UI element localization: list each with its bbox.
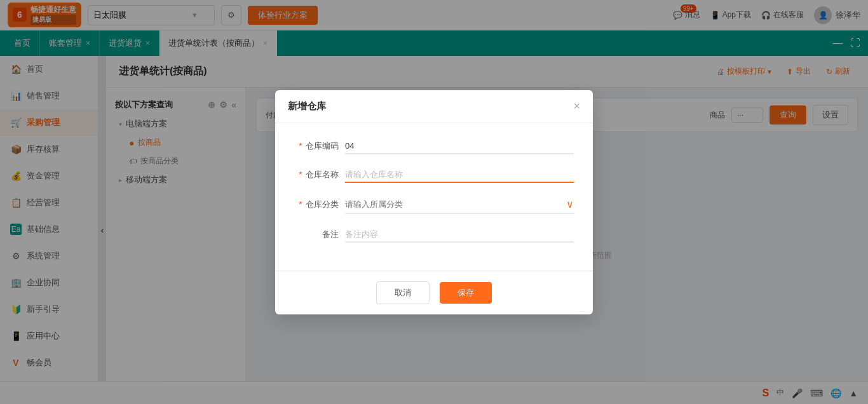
save-button[interactable]: 保存 <box>440 282 492 304</box>
required-star-code: * <box>299 141 302 151</box>
modal-title: 新增仓库 <box>288 100 326 112</box>
modal-close-button[interactable]: × <box>573 100 580 112</box>
form-row-category: * 仓库分类 ∨ <box>294 196 574 214</box>
name-input[interactable] <box>345 167 574 183</box>
form-row-code: * 仓库编码 <box>294 138 574 154</box>
form-row-note: 备注 <box>294 227 574 243</box>
modal-add-warehouse: 新增仓库 × * 仓库编码 * 仓库名称 <box>275 90 593 314</box>
cancel-button[interactable]: 取消 <box>376 281 430 304</box>
category-label: * 仓库分类 <box>294 199 345 210</box>
modal-footer: 取消 保存 <box>275 271 593 314</box>
category-arrow-icon[interactable]: ∨ <box>566 198 574 210</box>
code-input[interactable] <box>345 138 574 154</box>
code-label: * 仓库编码 <box>294 140 345 152</box>
category-select-wrapper: ∨ <box>345 196 574 214</box>
modal-body: * 仓库编码 * 仓库名称 * 仓库分类 <box>275 123 593 271</box>
modal-header: 新增仓库 × <box>275 90 593 123</box>
note-label: 备注 <box>294 229 345 240</box>
note-input[interactable] <box>345 227 574 243</box>
required-star-name: * <box>299 170 302 179</box>
name-label: * 仓库名称 <box>294 169 345 180</box>
required-star-category: * <box>299 199 302 209</box>
form-row-name: * 仓库名称 <box>294 167 574 183</box>
category-input[interactable] <box>345 199 566 209</box>
modal-overlay: 新增仓库 × * 仓库编码 * 仓库名称 <box>0 0 868 404</box>
